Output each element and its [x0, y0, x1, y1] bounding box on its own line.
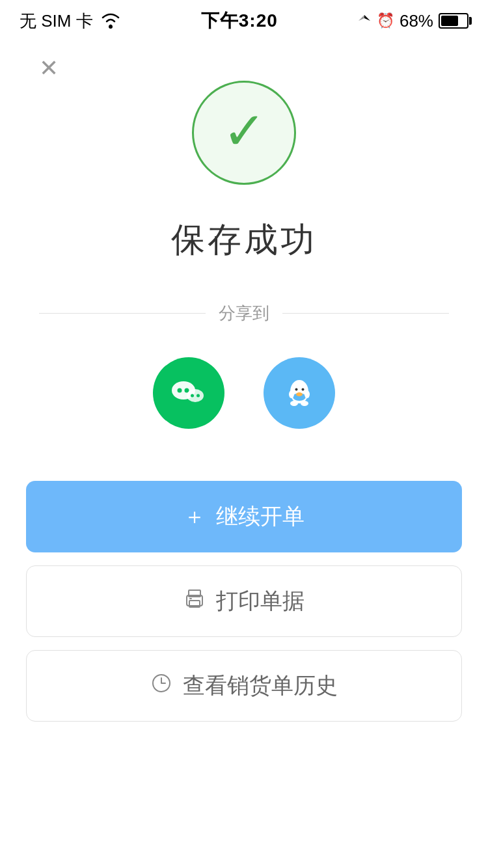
status-bar: 无 SIM 卡 下午3:20 ⏰ 68%	[0, 0, 488, 42]
status-right: ⏰ 68%	[357, 11, 468, 31]
status-left: 无 SIM 卡	[20, 10, 122, 33]
svg-point-6	[197, 394, 200, 398]
svg-rect-21	[189, 598, 192, 599]
svg-point-0	[109, 25, 113, 29]
alarm-icon: ⏰	[377, 12, 394, 29]
history-button[interactable]: 查看销货单历史	[26, 650, 462, 722]
location-icon	[357, 14, 372, 28]
battery-percent: 68%	[400, 11, 433, 31]
svg-point-4	[187, 389, 204, 402]
success-title: 保存成功	[171, 217, 317, 263]
svg-point-16	[290, 401, 298, 406]
checkmark-icon: ✓	[223, 105, 266, 157]
close-icon: ✕	[39, 57, 59, 80]
main-content: ✓ 保存成功 分享到	[0, 42, 488, 722]
history-icon	[150, 672, 172, 699]
qq-share-button[interactable]	[264, 357, 335, 429]
history-label: 查看销货单历史	[183, 671, 338, 701]
battery-icon	[439, 13, 468, 29]
svg-point-11	[295, 388, 298, 391]
svg-point-12	[302, 388, 305, 391]
continue-order-button[interactable]: ＋ 继续开单	[26, 481, 462, 552]
svg-point-14	[289, 390, 294, 398]
success-circle: ✓	[192, 81, 296, 185]
wechat-icon	[168, 372, 210, 414]
share-icons	[153, 357, 335, 429]
svg-point-17	[301, 401, 308, 406]
divider-line-left	[39, 313, 206, 314]
close-button[interactable]: ✕	[33, 52, 65, 85]
share-divider: 分享到	[0, 302, 488, 325]
wifi-icon	[100, 12, 122, 29]
qq-icon	[278, 372, 320, 414]
continue-order-label: 继续开单	[216, 502, 305, 532]
print-label: 打印单据	[216, 586, 305, 616]
svg-point-15	[305, 390, 310, 398]
plus-icon: ＋	[183, 502, 206, 532]
wechat-share-button[interactable]	[153, 357, 224, 429]
divider-label: 分享到	[206, 302, 282, 325]
svg-point-13	[296, 392, 303, 396]
sim-status: 无 SIM 卡	[20, 10, 93, 33]
action-buttons: ＋ 继续开单 打印单据 查看销货单历史	[0, 481, 488, 722]
svg-point-2	[178, 388, 182, 393]
divider-line-right	[282, 313, 449, 314]
print-button[interactable]: 打印单据	[26, 565, 462, 637]
printer-icon	[183, 588, 206, 615]
svg-point-5	[191, 394, 194, 398]
status-time: 下午3:20	[201, 8, 278, 33]
